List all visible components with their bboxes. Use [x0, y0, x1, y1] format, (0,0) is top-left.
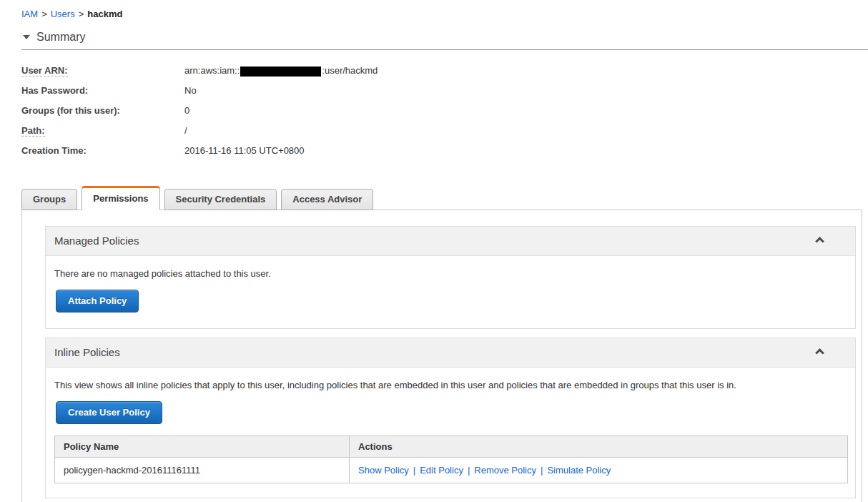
- managed-policies-body: There are no managed policies attached t…: [46, 256, 855, 328]
- summary-header[interactable]: Summary: [21, 31, 868, 44]
- inline-policies-header[interactable]: Inline Policies: [46, 338, 855, 368]
- redaction-box: [240, 67, 321, 77]
- create-user-policy-button[interactable]: Create User Policy: [56, 401, 162, 424]
- inline-policies-description: This view shows all inline policies that…: [54, 379, 847, 391]
- inline-policies-table: Policy Name Actions policygen-hackmd-201…: [54, 435, 848, 483]
- field-row-path: Path: /: [21, 124, 868, 137]
- tab-groups[interactable]: Groups: [21, 189, 77, 210]
- tab-access-advisor[interactable]: Access Advisor: [281, 189, 373, 210]
- simulate-policy-link[interactable]: Simulate Policy: [547, 465, 611, 476]
- table-header-row: Policy Name Actions: [55, 436, 848, 458]
- summary-divider: [21, 49, 868, 50]
- managed-policies-header[interactable]: Managed Policies: [46, 227, 855, 256]
- field-row-groups: Groups (for this user): 0: [21, 104, 868, 117]
- breadcrumb: IAM>Users>hackmd: [21, 9, 868, 19]
- tab-security-credentials[interactable]: Security Credentials: [164, 189, 277, 210]
- user-arn-value: arn:aws:iam:::user/hackmd: [184, 64, 378, 77]
- table-row: policygen-hackmd-201611161111 Show Polic…: [55, 458, 848, 483]
- edit-policy-link[interactable]: Edit Policy: [420, 465, 463, 476]
- managed-policies-section: Managed Policies There are no managed po…: [45, 226, 856, 329]
- remove-policy-link[interactable]: Remove Policy: [474, 465, 536, 476]
- actions-column-header: Actions: [350, 436, 848, 458]
- policy-name-column-header: Policy Name: [55, 436, 350, 458]
- action-separator: |: [413, 465, 415, 476]
- tab-permissions[interactable]: Permissions: [82, 186, 159, 210]
- managed-policies-empty-text: There are no managed policies attached t…: [54, 267, 847, 280]
- breadcrumb-current-user: hackmd: [87, 9, 122, 19]
- attach-policy-button[interactable]: Attach Policy: [56, 290, 139, 312]
- path-label: Path:: [21, 124, 184, 137]
- collapse-chevron-icon[interactable]: [815, 348, 824, 358]
- inline-policies-body: This view shows all inline policies that…: [46, 368, 855, 498]
- path-value: /: [184, 124, 187, 137]
- creation-time-label: Creation Time:: [21, 144, 184, 157]
- user-arn-label: User ARN:: [21, 64, 184, 77]
- field-row-creation-time: Creation Time: 2016-11-16 11:05 UTC+0800: [21, 144, 868, 157]
- collapse-chevron-icon[interactable]: [815, 237, 824, 246]
- inline-policies-section: Inline Policies This view shows all inli…: [45, 338, 856, 498]
- breadcrumb-link-iam[interactable]: IAM: [21, 9, 38, 19]
- show-policy-link[interactable]: Show Policy: [358, 465, 409, 476]
- creation-time-value: 2016-11-16 11:05 UTC+0800: [184, 144, 305, 157]
- breadcrumb-separator: >: [41, 9, 47, 19]
- policy-name-cell: policygen-hackmd-201611161111: [55, 458, 350, 483]
- action-separator: |: [541, 465, 543, 476]
- inline-policies-title: Inline Policies: [54, 346, 120, 358]
- collapse-triangle-icon[interactable]: [23, 35, 30, 39]
- groups-value: 0: [184, 104, 189, 117]
- has-password-value: No: [184, 84, 197, 97]
- breadcrumb-separator: >: [79, 9, 84, 19]
- managed-policies-title: Managed Policies: [54, 235, 139, 247]
- groups-label: Groups (for this user):: [21, 104, 184, 117]
- summary-fields: User ARN: arn:aws:iam:::user/hackmd Has …: [21, 64, 868, 157]
- policy-actions-cell: Show Policy|Edit Policy|Remove Policy|Si…: [350, 458, 848, 483]
- breadcrumb-link-users[interactable]: Users: [51, 9, 75, 19]
- field-row-has-password: Has Password: No: [21, 84, 868, 97]
- iam-user-detail-page: IAM>Users>hackmd Summary User ARN: arn:a…: [0, 0, 868, 502]
- tab-bar: Groups Permissions Security Credentials …: [21, 186, 868, 210]
- field-row-user-arn: User ARN: arn:aws:iam:::user/hackmd: [21, 64, 868, 77]
- permissions-tab-panel: Managed Policies There are no managed po…: [21, 210, 862, 502]
- summary-title: Summary: [36, 31, 85, 44]
- action-separator: |: [468, 465, 470, 476]
- has-password-label: Has Password:: [21, 84, 184, 97]
